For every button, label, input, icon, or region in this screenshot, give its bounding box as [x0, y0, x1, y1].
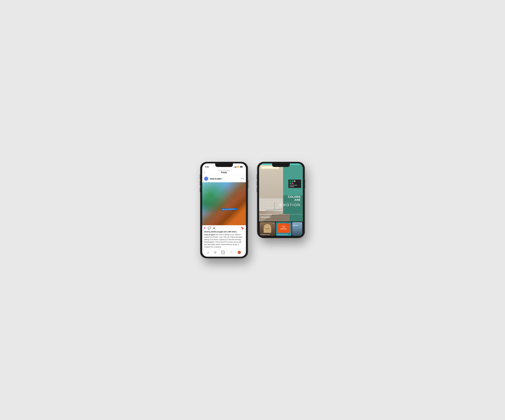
colors-line: COLORS — [279, 195, 301, 198]
colors-are-emotion-text: COLORS ARE EMOTION — [279, 195, 301, 207]
profile-nav-button[interactable] — [238, 251, 241, 254]
verified-badge-icon: ✓ — [222, 178, 223, 180]
header-title: Posts — [204, 171, 244, 174]
caption-username[interactable]: today.at.apple — [204, 234, 215, 236]
taken-text: TAKEN — [280, 231, 287, 232]
comment-button[interactable]: 💬 — [208, 226, 211, 230]
back-button[interactable]: ‹ — [204, 170, 205, 174]
igtv-video-area[interactable]: 4 5 S 6 7 Grand Central Terminal COLORS … — [259, 163, 303, 222]
line-4-badge: 4 — [290, 180, 291, 182]
phones-container: 9:41 📶 — [201, 162, 304, 258]
scrubber-progress — [259, 214, 279, 214]
line-7-badge: 7 — [291, 182, 293, 184]
share-button[interactable]: ➤ — [213, 226, 215, 230]
bar3 — [235, 167, 236, 168]
line-s-badge: S — [294, 180, 296, 182]
igtv-thumbnails-row: MOODS 1:44 Manhattan Moods Do not le THE… — [259, 222, 303, 237]
activity-nav-button[interactable]: ♡ — [230, 251, 233, 254]
emotion-line: EMOTION — [279, 202, 301, 207]
line-5-badge: 5 — [291, 180, 293, 182]
phone1-shell: 9:41 📶 — [201, 162, 247, 258]
thumb1-duration: 1:44 — [271, 223, 275, 224]
post-image: 0-001 to 40-001 TWELFTH ST — [202, 182, 246, 225]
subway-line-numbers-row2: 6 7 — [290, 182, 300, 184]
ig-bottom-nav: ⌂ ⊙ + ♡ — [202, 249, 246, 257]
are-line: ARE — [279, 198, 301, 201]
photo-text: PHOTO — [280, 228, 287, 230]
sign-text: 0-001 to 40-001 TWELFTH ST — [222, 208, 234, 210]
battery-icon — [240, 166, 243, 168]
username-row: today.at.apple ✓ — [210, 178, 223, 180]
video-scrubber[interactable] — [259, 214, 303, 214]
thumb3-label: Ultra W — [293, 225, 298, 226]
like-button[interactable]: ♥ — [204, 226, 206, 230]
signal-bars-icon — [234, 166, 236, 168]
post-actions-left: ♥ 💬 ➤ — [204, 226, 215, 230]
status-icons: 📶 — [234, 166, 243, 168]
handrail-post — [274, 202, 275, 210]
home-nav-button[interactable]: ⌂ — [207, 251, 209, 254]
bar4 — [236, 166, 236, 168]
line-6-badge: 6 — [290, 182, 291, 184]
thumb2-duration: 1:50 — [288, 223, 291, 224]
header-subtitle: TODAY.AT.APPLE — [204, 170, 244, 171]
thumb-manhattan-moods[interactable]: MOODS 1:44 Manhattan Moods — [259, 222, 275, 236]
phone2-shell: 4 5 S 6 7 Grand Central Terminal COLORS … — [258, 162, 304, 238]
thumb-photo-not-taken[interactable]: Do not le THE PHOTO NOT TAKEN 1:50 The P… — [276, 222, 292, 236]
subway-line-numbers: 4 5 S — [290, 180, 300, 182]
avatar[interactable] — [204, 176, 208, 181]
ig-header: ‹ TODAY.AT.APPLE Posts — [202, 169, 246, 175]
thumb3-background — [292, 222, 302, 236]
bar2 — [235, 167, 235, 168]
post-user-row: today.at.apple ✓ ••• — [202, 175, 246, 182]
grand-central-sign: 4 5 S 6 7 Grand Central Terminal — [288, 180, 301, 188]
post-user-info[interactable]: today.at.apple ✓ — [204, 176, 223, 181]
add-nav-button[interactable]: + — [221, 251, 225, 254]
thumb-ultra[interactable]: Ultra W — [292, 222, 302, 236]
moods-arch-text: MOODS — [265, 228, 269, 229]
gc-station-name: Grand Central Terminal — [290, 185, 300, 187]
post-actions: ♥ 💬 ➤ 🔖 — [202, 225, 246, 231]
bar1 — [234, 167, 235, 168]
phone2-screen: 4 5 S 6 7 Grand Central Terminal COLORS … — [259, 163, 303, 237]
thumb2-text-overlay: Do not le THE PHOTO NOT TAKEN — [280, 226, 287, 232]
phone1-screen: 9:41 📶 — [202, 163, 246, 257]
phone2-notch — [272, 163, 290, 167]
the-text: THE — [280, 227, 287, 228]
post-image-overlay — [202, 182, 246, 225]
post-caption: today.at.apple New York is talking to yo… — [202, 233, 246, 249]
search-nav-button[interactable]: ⊙ — [214, 251, 216, 254]
thumb1-arch: MOODS — [264, 224, 271, 233]
not-text: NOT — [280, 230, 287, 231]
thumb1-label: Manhattan Moods — [260, 234, 270, 235]
more-options-button[interactable]: ••• — [241, 177, 244, 180]
phone1-notch — [215, 163, 233, 167]
donot-text: Do not le — [280, 226, 287, 227]
caption-text: New York is talking to you. What's it sa… — [204, 234, 242, 248]
status-time: 9:41 — [205, 166, 209, 168]
likes-count: Liked by deirdre.at.apple and 1,984 othe… — [202, 231, 246, 233]
thumb2-label: The Photo Not Taken — [277, 234, 288, 235]
wifi-icon: 📶 — [237, 166, 239, 168]
username[interactable]: today.at.apple — [210, 178, 221, 180]
bookmark-button[interactable]: 🔖 — [241, 226, 244, 230]
igtv-username-overlay: today.at.apple — [261, 216, 271, 218]
